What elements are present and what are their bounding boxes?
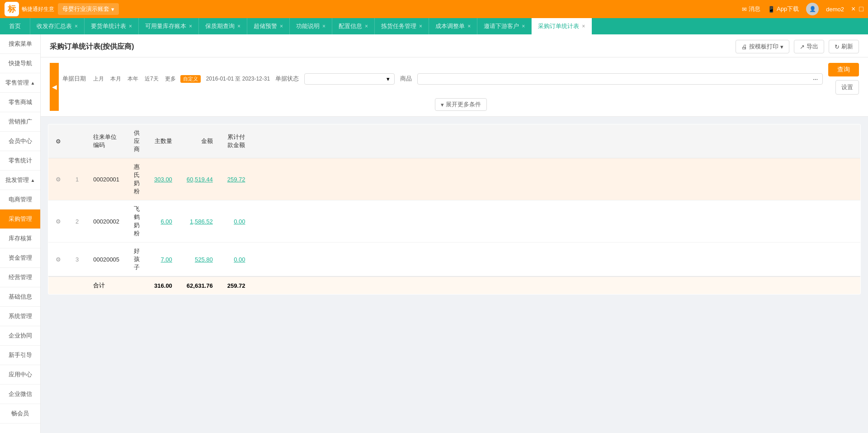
export-button[interactable]: ↗ 导出 — [794, 40, 824, 53]
sidebar-item-资金管理[interactable]: 资金管理 — [0, 248, 40, 268]
nav-tab-保质期查询[interactable]: 保质期查询× — [199, 18, 247, 34]
status-dropdown-icon: ▾ — [387, 76, 390, 82]
status-select[interactable]: ▾ — [304, 73, 395, 85]
sidebar-item-应用中心[interactable]: 应用中心 — [0, 365, 40, 385]
goods-input[interactable]: ··· — [417, 73, 823, 85]
dropdown-arrow-icon: ▾ — [111, 6, 114, 13]
sidebar-label: 会员中心 — [9, 137, 32, 145]
sidebar-item-电商管理[interactable]: 电商管理 — [0, 190, 40, 209]
row-amount: 60,519.44 — [179, 158, 220, 200]
sidebar-label: 系统管理 — [9, 312, 32, 320]
tab-close-icon[interactable]: × — [322, 23, 326, 29]
expand-filter-button[interactable]: ▾ 展开更多条件 — [435, 98, 487, 111]
row-qty: 303.00 — [147, 158, 179, 200]
nav-tab-可用量库存账本[interactable]: 可用量库存账本× — [139, 18, 199, 34]
tab-close-icon[interactable]: × — [522, 23, 525, 29]
tab-close-icon[interactable]: × — [129, 23, 132, 29]
custom-date-badge[interactable]: 自定义 — [180, 75, 201, 83]
sidebar: 搜索菜单快捷导航零售管理▲零售商城营销推广会员中心零售统计批发管理▲电商管理采购… — [0, 34, 41, 433]
footer-label: 合计 — [86, 276, 127, 295]
tab-close-icon[interactable]: × — [237, 23, 241, 29]
expand-arrow-icon: ▲ — [31, 178, 35, 183]
nav-tab-要货单统计表[interactable]: 要货单统计表× — [85, 18, 139, 34]
search-button[interactable]: 查询 — [828, 63, 859, 76]
message-icon: ✉ — [742, 6, 747, 13]
nav-tab-采购订单统计表[interactable]: 采购订单统计表× — [532, 18, 592, 34]
print-button[interactable]: 🖨 按模板打印 ▾ — [736, 40, 789, 53]
sidebar-item-畅会员[interactable]: 畅会员 — [0, 404, 40, 423]
sidebar-item-零售管理[interactable]: 零售管理▲ — [0, 73, 40, 93]
window-max-button[interactable]: □ — [859, 5, 863, 13]
tab-close-icon[interactable]: × — [365, 23, 368, 29]
status-filter-label: 单据状态 — [275, 75, 299, 83]
nav-tab-首页[interactable]: 首页 — [0, 18, 30, 34]
nav-tab-成本调整单[interactable]: 成本调整单× — [429, 18, 477, 34]
nav-tab-收发存汇总表[interactable]: 收发存汇总表× — [30, 18, 85, 34]
tab-close-icon[interactable]: × — [419, 23, 422, 29]
sidebar-label: 库存核算 — [9, 234, 32, 243]
tab-close-icon[interactable]: × — [467, 23, 471, 29]
row-settings[interactable]: ⚙ — [48, 243, 69, 277]
sidebar-item-营销推广[interactable]: 营销推广 — [0, 112, 40, 132]
tab-close-icon[interactable]: × — [280, 23, 283, 29]
tab-close-icon[interactable]: × — [582, 23, 585, 29]
row-paid: 0.00 — [220, 200, 253, 243]
row-supplier: 惠氏奶粉 — [127, 158, 147, 200]
logo-char: 标 — [8, 4, 16, 14]
sidebar-item-快捷导航[interactable]: 快捷导航 — [0, 54, 40, 73]
shortcut-7days[interactable]: 近7天 — [143, 74, 160, 84]
sidebar-item-新手引导[interactable]: 新手引导 — [0, 346, 40, 365]
row-settings[interactable]: ⚙ — [48, 158, 69, 200]
nav-tab-配置信息[interactable]: 配置信息× — [332, 18, 375, 34]
nav-tab-超储预警[interactable]: 超储预警× — [247, 18, 290, 34]
row-index: 2 — [68, 200, 86, 243]
sidebar-item-系统管理[interactable]: 系统管理 — [0, 307, 40, 326]
sidebar-item-经营管理[interactable]: 经营管理 — [0, 268, 40, 287]
user-name[interactable]: demo2 — [826, 6, 844, 13]
filter-row-main: 单据日期 上月 本月 本年 近7天 更多 自定义 2016-01-01 至 20… — [62, 63, 859, 95]
sidebar-label: 畅会员 — [11, 409, 29, 418]
store-selector[interactable]: 母婴行业演示账套 ▾ — [58, 3, 119, 15]
footer-paid: 259.72 — [220, 276, 253, 295]
tab-close-icon[interactable]: × — [75, 23, 78, 29]
sidebar-item-采购管理[interactable]: 采购管理 — [0, 209, 40, 229]
sidebar-item-基础信息[interactable]: 基础信息 — [0, 287, 40, 307]
tab-close-icon[interactable]: × — [189, 23, 192, 29]
app-download-button[interactable]: 📱 App下载 — [768, 5, 799, 13]
filter-settings-button[interactable]: 设置 — [835, 80, 859, 95]
refresh-button[interactable]: ↻ 刷新 — [829, 40, 859, 53]
sidebar-label: 电商管理 — [9, 195, 32, 204]
footer-supplier-empty — [127, 276, 147, 295]
nav-tab-功能说明[interactable]: 功能说明× — [290, 18, 332, 34]
sidebar-item-批发管理[interactable]: 批发管理▲ — [0, 171, 40, 190]
row-index: 1 — [68, 158, 86, 200]
avatar: 👤 — [806, 3, 819, 15]
settings-col-header[interactable]: ⚙ — [48, 124, 69, 158]
shortcut-more[interactable]: 更多 — [163, 74, 178, 84]
footer-empty — [48, 276, 86, 295]
sidebar-item-搜索菜单[interactable]: 搜索菜单 — [0, 34, 40, 54]
shortcut-this-year[interactable]: 本年 — [126, 74, 140, 84]
shortcut-last-month[interactable]: 上月 — [91, 74, 106, 84]
sidebar-item-企业协同[interactable]: 企业协同 — [0, 326, 40, 346]
sidebar-label: 资金管理 — [9, 254, 32, 262]
sidebar-label: 基础信息 — [9, 293, 32, 301]
message-button[interactable]: ✉ 消息 — [742, 5, 760, 13]
sidebar-item-库存核算[interactable]: 库存核算 — [0, 229, 40, 248]
nav-tab-拣货任务管理[interactable]: 拣货任务管理× — [375, 18, 429, 34]
sidebar-item-零售商城[interactable]: 零售商城 — [0, 93, 40, 112]
row-code: 00020005 — [86, 243, 127, 277]
extra-col-header — [252, 124, 860, 158]
index-col-header — [68, 124, 86, 158]
window-close-button[interactable]: × — [851, 5, 855, 13]
sidebar-item-零售统计[interactable]: 零售统计 — [0, 151, 40, 171]
filter-collapse-button[interactable]: ◀ — [50, 63, 59, 111]
shortcut-this-month[interactable]: 本月 — [108, 74, 123, 84]
nav-tab-邀请下游客户[interactable]: 邀请下游客户× — [477, 18, 532, 34]
page-header: 采购订单统计表(按供应商) 🖨 按模板打印 ▾ ↗ 导出 ↻ 刷新 — [41, 34, 868, 57]
sidebar-item-企业微信[interactable]: 企业微信 — [0, 385, 40, 404]
sidebar-item-会员中心[interactable]: 会员中心 — [0, 132, 40, 151]
row-settings[interactable]: ⚙ — [48, 200, 69, 243]
footer-qty: 316.00 — [147, 276, 179, 295]
row-index: 3 — [68, 243, 86, 277]
